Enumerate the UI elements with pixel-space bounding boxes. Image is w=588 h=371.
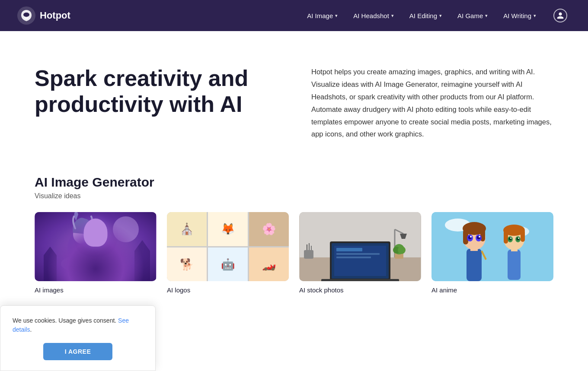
nav-item-ai-headshot[interactable]: AI Headshot ▾ xyxy=(346,9,401,23)
svg-rect-2 xyxy=(35,212,156,281)
card-label-ai-stock-photos: AI stock photos xyxy=(299,286,344,294)
card-ai-anime[interactable]: AI anime xyxy=(431,212,553,294)
hero-right: Hotpot helps you create amazing images, … xyxy=(311,66,553,140)
chevron-down-icon: ▾ xyxy=(439,13,442,19)
logo-cell-flower: 🌸 xyxy=(249,212,289,246)
card-ai-logos[interactable]: ⛪ 🦊 🌸 🐕 🤖 🏎️ AI logos xyxy=(167,212,289,294)
thumb-ai-logos: ⛪ 🦊 🌸 🐕 🤖 🏎️ xyxy=(167,212,289,281)
image-grid: AI images ⛪ 🦊 🌸 🐕 🤖 🏎️ AI logos xyxy=(35,212,553,294)
logo-cell-fox: 🦊 xyxy=(208,212,248,246)
svg-rect-30 xyxy=(467,249,482,281)
nav-links: AI Image ▾ AI Headshot ▾ AI Editing ▾ AI… xyxy=(300,9,543,23)
chevron-down-icon: ▾ xyxy=(485,13,488,19)
svg-point-1 xyxy=(23,13,29,17)
section-title: AI Image Generator xyxy=(35,175,553,190)
ai-image-generator-section: AI Image Generator Visualize ideas xyxy=(35,175,553,294)
svg-rect-48 xyxy=(521,230,525,242)
svg-point-5 xyxy=(73,225,92,244)
hero-section: Spark creativity and productivity with A… xyxy=(35,66,553,140)
svg-rect-23 xyxy=(304,250,313,259)
nav-item-ai-editing[interactable]: AI Editing ▾ xyxy=(403,9,449,23)
svg-rect-15 xyxy=(336,248,362,251)
section-subtitle: Visualize ideas xyxy=(35,192,553,200)
svg-rect-47 xyxy=(504,231,508,244)
nav-label-ai-editing: AI Editing xyxy=(409,12,437,19)
main-content: Spark creativity and productivity with A… xyxy=(0,31,588,320)
svg-point-22 xyxy=(398,246,406,254)
svg-rect-18 xyxy=(321,279,399,281)
card-label-ai-logos: AI logos xyxy=(167,286,190,294)
card-label-ai-images: AI images xyxy=(35,286,64,294)
logo-text: Hotpot xyxy=(40,10,70,21)
cookie-banner: We use cookies. Usage gives consent. See… xyxy=(0,305,156,320)
svg-point-6 xyxy=(61,255,104,273)
chevron-down-icon: ▾ xyxy=(391,13,394,19)
nav-label-ai-writing: AI Writing xyxy=(503,12,531,19)
thumb-ai-stock-photos xyxy=(299,212,421,281)
logo-icon xyxy=(17,6,35,25)
card-ai-images[interactable]: AI images xyxy=(35,212,157,294)
nav-label-ai-game: AI Game xyxy=(457,12,483,19)
svg-point-41 xyxy=(479,236,480,238)
nav-item-ai-game[interactable]: AI Game ▾ xyxy=(451,9,495,23)
user-account-button[interactable] xyxy=(550,5,571,26)
logo-cell-car: 🏎️ xyxy=(249,247,289,282)
svg-rect-17 xyxy=(336,257,371,258)
card-label-ai-anime: AI anime xyxy=(431,286,457,294)
hero-title: Spark creativity and productivity with A… xyxy=(35,66,277,117)
logo-cell-robot: 🤖 xyxy=(208,247,248,282)
card-ai-stock-photos[interactable]: AI stock photos xyxy=(299,212,421,294)
nav-label-ai-image: AI Image xyxy=(307,12,333,19)
svg-point-4 xyxy=(67,229,98,268)
chevron-down-icon: ▾ xyxy=(534,13,536,19)
svg-point-53 xyxy=(510,238,511,239)
nav-label-ai-headshot: AI Headshot xyxy=(353,12,389,19)
logo-cell-corgi: 🐕 xyxy=(167,247,207,282)
user-icon xyxy=(553,9,567,22)
thumb-ai-images xyxy=(35,212,157,281)
logo-cell-church: ⛪ xyxy=(167,212,207,246)
svg-rect-43 xyxy=(508,250,521,280)
thumb-ai-anime xyxy=(431,212,553,281)
svg-point-40 xyxy=(470,236,472,238)
hero-description: Hotpot helps you create amazing images, … xyxy=(311,66,553,140)
svg-point-54 xyxy=(518,238,519,239)
svg-rect-16 xyxy=(336,253,380,255)
navbar: Hotpot AI Image ▾ AI Headshot ▾ AI Editi… xyxy=(0,0,588,31)
logo-link[interactable]: Hotpot xyxy=(17,6,70,25)
hero-left: Spark creativity and productivity with A… xyxy=(35,66,277,140)
nav-item-ai-writing[interactable]: AI Writing ▾ xyxy=(496,9,543,23)
chevron-down-icon: ▾ xyxy=(335,13,338,19)
nav-item-ai-image[interactable]: AI Image ▾ xyxy=(300,9,345,23)
cookie-message: We use cookies. Usage gives consent. See… xyxy=(13,316,143,320)
svg-point-3 xyxy=(113,216,139,242)
